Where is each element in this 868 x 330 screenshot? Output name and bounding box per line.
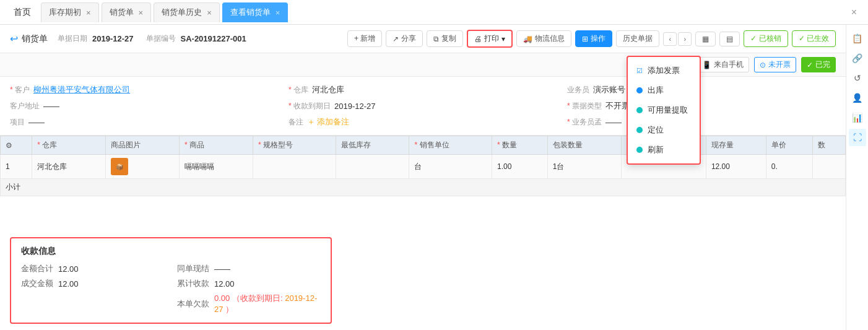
warehouse-label: 仓库 [289,85,308,95]
dropdown-outbound[interactable]: 出库 [628,80,700,100]
copy-button[interactable]: ⧉ 复制 [427,30,463,47]
doc-actions: + 新增 ↗ 分享 ⧉ 复制 🖨 打印 ▾ 🚚 物流信息 [347,30,836,48]
cumulative-label: 累计收款 [177,278,209,289]
doc-meta: 单据日期 2019-12-27 单据编号 SA-20191227-001 [58,33,246,44]
address-value: —— [43,102,59,111]
layout2-button[interactable]: ▤ [719,32,740,46]
due-date-value: 2019-12-27 [334,102,376,111]
owed-amount: 0.00 [214,293,230,303]
print-dropdown-icon: ▾ [501,35,505,43]
deal-value: 12.00 [58,279,79,289]
operate-button[interactable]: ⊞ 操作 [575,30,612,47]
next-button[interactable]: › [678,32,692,46]
print-button[interactable]: 🖨 打印 ▾ [467,30,513,48]
row-unit: 台 [409,155,492,179]
dropdown-available[interactable]: 可用量提取 [628,100,700,120]
tab-inventory[interactable]: 库存期初 × [41,2,99,22]
sidebar-link-icon[interactable]: 🔗 [849,50,866,67]
note-add-label: 添加备注 [317,116,349,128]
project-value: —— [28,118,45,127]
owed-value: 0.00 （收款到期日: 2019-12-27 ） [214,293,321,315]
product-image: 📦 [111,158,128,175]
tab-sales-label: 销货单 [110,7,134,18]
cumulative-value: 12.00 [214,279,235,289]
col-extra: 数 [812,136,845,155]
col-min-stock: 最低库存 [336,136,409,155]
tab-home[interactable]: 首页 [6,2,38,22]
row-stock: 12.00 [706,155,766,179]
col-qty: 数量 [492,136,548,155]
sidebar-expand-icon[interactable]: ⛶ [849,129,866,146]
staff-value: 演示账号 [593,84,625,95]
ticket-type-label: 票据类型 [567,101,602,111]
subtotal-label: 小计 [1,179,846,196]
doc-title: ↩ 销货单 [10,33,48,45]
dropdown-add-invoice[interactable]: ☑ 添加发票 [628,61,700,80]
sidebar-doc-icon[interactable]: 📋 [849,30,866,47]
available-label: 可用量提取 [648,105,688,116]
tab-sales[interactable]: 销货单 × [102,2,152,22]
due-date-label: 收款到期日 [289,101,331,111]
right-sidebar: 📋 🔗 ↺ 👤 📊 ⛶ [846,25,868,330]
not-open-label: 未开票 [768,59,791,70]
payment-grid: 金额合计 12.00 同单现结 —— 成交金额 12.00 累计收款 12.00 [21,263,321,315]
tab-view-sales[interactable]: 查看销货单 × [222,2,289,22]
prev-button[interactable]: ‹ [663,32,677,46]
not-open-button[interactable]: ⊙ 未开票 [754,57,796,72]
due-close: ） [225,305,233,314]
sidebar-user-icon[interactable]: 👤 [849,89,866,106]
sidebar-chart-icon[interactable]: 📊 [849,109,866,126]
add-note-button[interactable]: ＋ 添加备注 [307,116,349,128]
col-product: 商品 [180,136,253,155]
customer-row: 客户 柳州粤港平安气体有限公司 [10,84,279,95]
sold-button[interactable]: ✓ 已核销 [744,30,788,47]
dropdown-refresh[interactable]: 刷新 [628,140,700,160]
effective-label: 已生效 [807,34,829,43]
effective-button[interactable]: ✓ 已生效 [792,30,836,47]
window-close-button[interactable]: × [846,7,862,18]
toolbar-row: 📱 来自手机 ⊙ 未开票 ✓ 已完 [0,53,846,77]
col-price: 单价 [766,136,812,155]
tab-sales-history-label: 销货单历史 [162,7,202,18]
tab-sales-history-close[interactable]: × [207,8,212,17]
tab-sales-close[interactable]: × [139,8,144,17]
settle-row: 同单现结 —— [177,263,321,274]
share-label: 分享 [401,33,416,44]
col-unit: 销售单位 [409,136,492,155]
customer-value[interactable]: 柳州粤港平安气体有限公司 [33,84,130,95]
tab-inventory-close[interactable]: × [86,8,91,17]
add-invoice-label: 添加发票 [648,65,680,76]
from-phone-button[interactable]: 📱 来自手机 [697,57,749,72]
tab-sales-history[interactable]: 销货单历史 × [154,2,220,22]
locate-dot-icon [636,127,643,133]
complete-button[interactable]: ✓ 已完 [801,57,836,72]
dropdown-locate[interactable]: 定位 [628,120,700,140]
logistics-button[interactable]: 🚚 物流信息 [516,30,571,47]
gear-icon[interactable]: ⚙ [6,141,12,150]
nav-arrows: ‹ › [663,32,692,46]
product-table: ⚙ 仓库 商品图片 商品 规格型号 最低库存 销售单位 数量 包装数量 可用量（… [0,136,846,196]
row-pack-qty: 1台 [547,155,621,179]
sidebar-refresh-icon[interactable]: ↺ [849,69,866,87]
share-button[interactable]: ↗ 分享 [386,30,423,47]
warehouse-value: 河北仓库 [312,84,344,95]
col-warehouse: 仓库 [32,136,106,155]
history-button[interactable]: 历史单据 [616,30,659,47]
row-product: 嗝嗝嗝嗝 [180,155,253,179]
layout1-button[interactable]: ▦ [695,32,716,46]
tab-home-label: 首页 [14,7,31,18]
table-row: 1 河北仓库 📦 嗝嗝嗝嗝 台 1.00 1台 12.00 0. [1,155,846,179]
staff-row: 业务员 演示账号 [567,84,836,95]
doc-num-value: SA-20191227-001 [181,34,246,43]
col-gear: ⚙ [1,136,32,155]
table-header-row: ⚙ 仓库 商品图片 商品 规格型号 最低库存 销售单位 数量 包装数量 可用量（… [1,136,846,155]
operate-dropdown: ☑ 添加发票 出库 可用量提取 定位 刷新 [627,56,701,165]
tab-view-sales-close[interactable]: × [276,8,280,17]
new-button[interactable]: + 新增 [347,30,382,47]
col-pack-qty: 包装数量 [547,136,621,155]
settle-label: 同单现结 [177,263,209,274]
settle-value: —— [214,264,230,274]
row-img: 📦 [106,155,180,179]
tab-view-sales-label: 查看销货单 [230,7,271,18]
doc-date-value: 2019-12-27 [92,34,134,43]
